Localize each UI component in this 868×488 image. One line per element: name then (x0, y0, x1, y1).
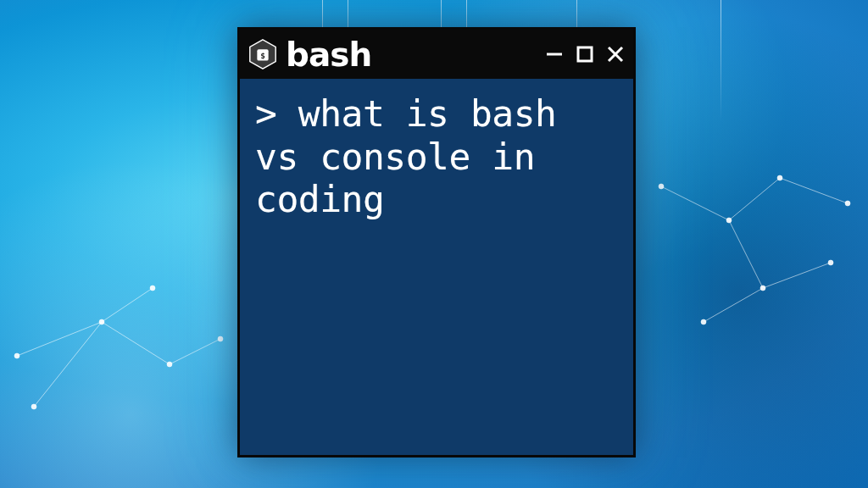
prompt: > (255, 92, 298, 135)
svg-line-0 (17, 322, 102, 356)
window-title: bash (286, 36, 538, 74)
bash-icon: $ (247, 38, 279, 70)
minimize-button[interactable] (545, 45, 564, 64)
svg-point-6 (99, 319, 104, 324)
svg-point-8 (218, 336, 223, 341)
svg-line-16 (780, 178, 848, 203)
svg-line-1 (102, 322, 170, 364)
command-text: what is bash vs console in coding (255, 92, 556, 220)
svg-point-10 (31, 404, 36, 409)
svg-point-19 (777, 175, 782, 180)
decor-streak (721, 0, 721, 122)
svg-line-14 (763, 263, 831, 288)
svg-line-13 (729, 220, 763, 288)
svg-rect-28 (578, 47, 592, 61)
close-button[interactable] (606, 45, 625, 64)
window-controls (545, 45, 625, 64)
svg-point-18 (726, 218, 732, 223)
svg-point-22 (701, 319, 706, 324)
svg-point-7 (167, 362, 172, 367)
svg-line-12 (729, 178, 780, 220)
svg-point-20 (760, 286, 765, 291)
svg-line-11 (661, 186, 729, 220)
terminal-body[interactable]: > what is bash vs console in coding (240, 79, 633, 235)
svg-point-23 (845, 201, 850, 206)
titlebar[interactable]: $ bash (240, 30, 633, 79)
svg-point-17 (659, 184, 664, 189)
svg-text:$: $ (260, 51, 265, 60)
svg-line-3 (102, 288, 153, 322)
svg-point-9 (150, 286, 155, 291)
terminal-window: $ bash > what is bash vs (237, 27, 636, 458)
svg-line-2 (170, 339, 220, 364)
svg-point-21 (828, 260, 833, 265)
svg-point-5 (14, 353, 19, 358)
svg-line-4 (34, 322, 102, 407)
maximize-button[interactable] (576, 45, 594, 64)
svg-line-15 (704, 288, 763, 322)
